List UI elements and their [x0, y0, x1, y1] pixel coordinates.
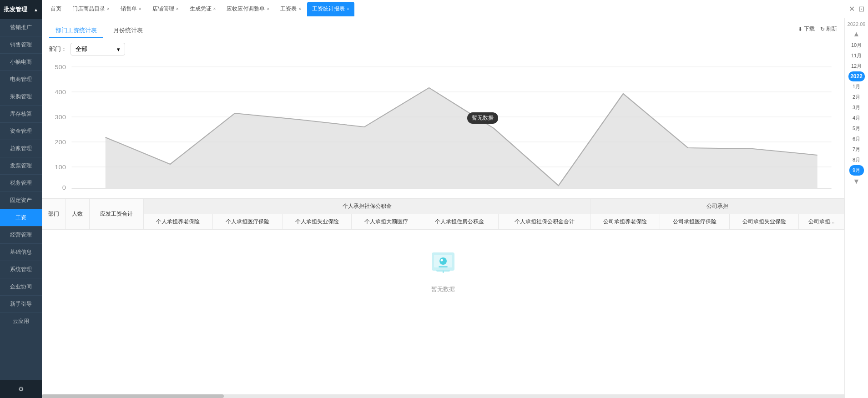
col-personal-个人承担失业保险: 个人承担失业保险	[282, 214, 352, 230]
col-personal-个人承担大额医疗: 个人承担大额医疗	[352, 214, 421, 230]
sidebar-item-资金管理[interactable]: 资金管理	[0, 123, 42, 140]
timeline-panel: 2022.09 ▲ 10月11月12月20221月2月3月4月5月6月7月8月9…	[844, 18, 868, 398]
scroll-thumb[interactable]	[42, 394, 224, 398]
horizontal-scrollbar[interactable]	[42, 394, 844, 398]
col-personal-个人承担住房公积金: 个人承担住房公积金	[421, 214, 498, 230]
col-department: 部门	[42, 199, 66, 230]
sidebar-item-系统管理[interactable]: 系统管理	[0, 261, 42, 278]
timeline-item-5月[interactable]: 5月	[845, 123, 868, 134]
svg-rect-17	[439, 266, 448, 267]
tab-label: 门店商品目录	[72, 5, 105, 13]
refresh-icon: ↻	[820, 26, 825, 32]
sidebar-item-总账管理[interactable]: 总账管理	[0, 140, 42, 157]
restore-icon[interactable]: ⊡	[858, 5, 864, 13]
empty-icon	[425, 243, 461, 280]
main-area: 首页门店商品目录×销售单×店铺管理×生成凭证×应收应付调整单×工资表×工资统计报…	[42, 0, 868, 398]
timeline-item-9月[interactable]: 9月	[849, 165, 864, 176]
timeline-item-11月[interactable]: 11月	[845, 50, 868, 61]
svg-text:200: 200	[55, 139, 66, 145]
sidebar-item-采购管理[interactable]: 采购管理	[0, 88, 42, 106]
tab-close-icon[interactable]: ×	[347, 6, 349, 11]
col-group-personal: 个人承担社保公积金	[143, 199, 590, 214]
timeline-item-4月[interactable]: 4月	[845, 113, 868, 123]
timeline-item-1月[interactable]: 1月	[845, 81, 868, 92]
timeline-item-7月[interactable]: 7月	[845, 144, 868, 155]
col-company-公司承担...: 公司承担...	[799, 214, 844, 230]
svg-text:100: 100	[55, 164, 66, 170]
no-data-tooltip: 暂无数据	[467, 112, 498, 124]
tab-label: 生成凭证	[190, 5, 212, 13]
col-company-公司承担养老保险: 公司承担养老保险	[590, 214, 660, 230]
sidebar-item-发票管理[interactable]: 发票管理	[0, 157, 42, 175]
svg-text:400: 400	[55, 89, 66, 95]
tab-label: 首页	[50, 5, 61, 13]
sidebar-item-基础信息[interactable]: 基础信息	[0, 244, 42, 261]
tab-close-icon[interactable]: ×	[139, 6, 141, 11]
tab-门店商品目录[interactable]: 门店商品目录×	[67, 2, 115, 16]
tab-label: 店铺管理	[152, 5, 174, 13]
sidebar-item-企业协同[interactable]: 企业协同	[0, 278, 42, 296]
table-container[interactable]: 部门 人数 应发工资合计 个人承担社保公积金 公司承担 个人承担养老保险个人承担…	[42, 198, 844, 394]
tab-工资表[interactable]: 工资表×	[275, 2, 306, 16]
tab-close-icon[interactable]: ×	[176, 6, 179, 11]
settings-icon: ⚙	[18, 385, 24, 393]
tab-店铺管理[interactable]: 店铺管理×	[147, 2, 184, 16]
sidebar-item-营销推广[interactable]: 营销推广	[0, 19, 42, 36]
sidebar-item-固定资产[interactable]: 固定资产	[0, 192, 42, 209]
sub-tab-部门工资统计表[interactable]: 部门工资统计表	[49, 24, 103, 38]
col-group-company: 公司承担	[590, 199, 844, 214]
sidebar-item-税务管理[interactable]: 税务管理	[0, 175, 42, 192]
timeline-item-2月[interactable]: 2月	[845, 92, 868, 102]
timeline-current-label[interactable]: 2022.09	[845, 20, 868, 28]
chart-wrapper: 500 400 300 200 100 0	[49, 60, 837, 198]
close-all-icon[interactable]: ✕	[849, 5, 855, 13]
timeline-item-6月[interactable]: 6月	[845, 134, 868, 144]
timeline-item-8月[interactable]: 8月	[845, 155, 868, 165]
timeline-item-2022[interactable]: 2022	[848, 71, 865, 81]
timeline-item-12月[interactable]: 12月	[845, 61, 868, 71]
tab-close-icon[interactable]: ×	[107, 6, 110, 11]
svg-marker-12	[106, 88, 818, 188]
department-select[interactable]: 全部 ▾	[71, 43, 125, 55]
timeline-item-3月[interactable]: 3月	[845, 102, 868, 113]
sidebar-header[interactable]: 批发管理 ▲	[0, 0, 42, 19]
chevron-down-icon: ▾	[117, 46, 120, 53]
sub-tab-月份统计表[interactable]: 月份统计表	[107, 24, 149, 38]
tab-close-icon[interactable]: ×	[213, 6, 216, 11]
download-icon: ⬇	[798, 26, 802, 32]
sidebar-item-库存核算[interactable]: 库存核算	[0, 106, 42, 123]
download-label: 下载	[804, 25, 815, 33]
sidebar-items-container: 营销推广销售管理小畅电商电商管理采购管理库存核算资金管理总账管理发票管理税务管理…	[0, 19, 42, 330]
sidebar-settings-button[interactable]: ⚙	[0, 380, 42, 398]
sidebar-item-经营管理[interactable]: 经营管理	[0, 227, 42, 244]
tab-首页[interactable]: 首页	[45, 2, 66, 16]
tab-close-icon[interactable]: ×	[267, 6, 269, 11]
sidebar-item-新手引导[interactable]: 新手引导	[0, 296, 42, 313]
sidebar-item-电商管理[interactable]: 电商管理	[0, 71, 42, 88]
tab-close-icon[interactable]: ×	[298, 6, 301, 11]
refresh-label: 刷新	[826, 25, 837, 33]
tab-应收应付调整单[interactable]: 应收应付调整单×	[222, 2, 274, 16]
svg-point-15	[439, 257, 447, 265]
col-personal-个人承担养老保险: 个人承担养老保险	[143, 214, 213, 230]
sidebar-item-工资[interactable]: 工资	[0, 209, 42, 227]
timeline-nav-down[interactable]: ▼	[851, 176, 862, 187]
sidebar-item-云应用[interactable]: 云应用	[0, 313, 42, 330]
timeline-nav-up[interactable]: ▲	[851, 28, 862, 40]
data-table: 部门 人数 应发工资合计 个人承担社保公积金 公司承担 个人承担养老保险个人承担…	[42, 198, 844, 307]
filter-bar: 部门： 全部 ▾	[42, 38, 844, 60]
sub-tabs-left: 部门工资统计表月份统计表	[49, 24, 149, 38]
tab-生成凭证[interactable]: 生成凭证×	[185, 2, 221, 16]
tab-label: 工资统计报表	[312, 5, 345, 13]
col-total-wage: 应发工资合计	[89, 199, 143, 230]
tab-销售单[interactable]: 销售单×	[116, 2, 146, 16]
sidebar-item-小畅电商[interactable]: 小畅电商	[0, 54, 42, 71]
col-count: 人数	[66, 199, 89, 230]
download-button[interactable]: ⬇ 下载	[798, 25, 815, 33]
svg-text:500: 500	[55, 64, 66, 70]
col-personal-个人承担社保公积金合计: 个人承担社保公积金合计	[498, 214, 590, 230]
refresh-button[interactable]: ↻ 刷新	[820, 25, 837, 33]
sidebar-item-销售管理[interactable]: 销售管理	[0, 36, 42, 54]
tab-工资统计报表[interactable]: 工资统计报表×	[307, 2, 354, 16]
timeline-item-10月[interactable]: 10月	[845, 40, 868, 50]
